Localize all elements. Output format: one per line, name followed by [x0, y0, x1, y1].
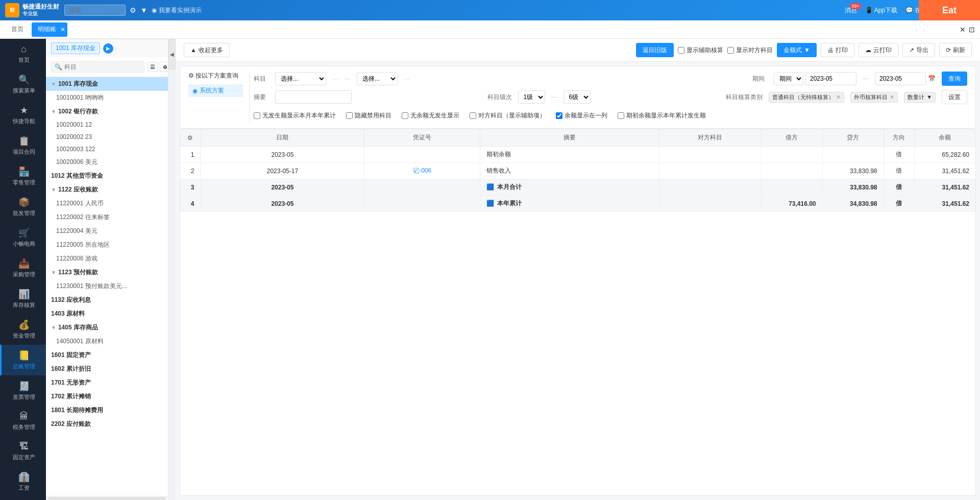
no-balance-checkbox[interactable]: 无余额无发生显示 — [402, 111, 459, 120]
tab-home[interactable]: 首页 — [5, 22, 30, 37]
settings-icon[interactable]: ⚙ — [130, 6, 136, 14]
amount-format-btn[interactable]: 金额式 ▼ — [777, 43, 817, 57]
export-btn[interactable]: ↗ 导出 — [902, 43, 935, 57]
sidebar-item-wholesale[interactable]: 📦 批发管理 — [0, 192, 46, 222]
subject-end-select[interactable]: 选择... — [357, 72, 398, 85]
no-balance-input[interactable] — [402, 112, 408, 119]
account-item-1132[interactable]: 1132 应收利息 — [46, 293, 168, 307]
opposite-show-checkbox[interactable]: 对方科目（显示辅助项） — [470, 111, 546, 120]
system-scheme-btn[interactable]: ◉ 系统方案 — [188, 84, 243, 97]
tab-close-icon[interactable]: ✕ — [60, 26, 65, 33]
account-item-11230001[interactable]: 11230001 预付账款美元... — [46, 279, 168, 293]
summary-input[interactable] — [275, 90, 352, 104]
account-item-11220004[interactable]: 11220004 美元 — [46, 224, 168, 238]
level-start-select[interactable]: 1级 2级 — [518, 90, 545, 104]
collapse-more-btn[interactable]: ▲ 收起更多 — [184, 43, 230, 57]
print-btn[interactable]: 🖨 打印 — [821, 43, 854, 57]
account-item-1702[interactable]: 1702 累计摊销 — [46, 390, 168, 403]
opening-balance-checkbox[interactable]: 期初余额显示本年累计发生额 — [618, 111, 706, 120]
hide-disabled-input[interactable] — [346, 112, 353, 119]
account-item-1602[interactable]: 1602 累计折旧 — [46, 362, 168, 376]
subject-select[interactable]: 选择... — [275, 72, 326, 85]
subject-end-more-icon[interactable]: ··· — [404, 75, 410, 83]
refresh-btn[interactable]: ⟳ 刷新 — [939, 43, 972, 57]
sidebar-item-tax[interactable]: 🏛 税务管理 — [0, 406, 46, 436]
account-scrollbar[interactable] — [46, 496, 168, 500]
account-item-1701[interactable]: 1701 无形资产 — [46, 376, 168, 390]
account-item-1601[interactable]: 1601 固定资产 — [46, 348, 168, 362]
sidebar-item-home[interactable]: ⌂ 首页 — [0, 39, 46, 69]
app-download-btn[interactable]: 📱 App下载 — [865, 6, 897, 15]
type-tag-close-1[interactable]: ✕ — [836, 94, 841, 101]
account-item-1012[interactable]: 1012 其他货币资金 — [46, 169, 168, 183]
sidebar-item-search[interactable]: 🔍 搜索菜单 — [0, 69, 46, 100]
expand-icon[interactable]: ▼ — [140, 6, 148, 14]
subject-more-icon[interactable]: ··· — [332, 75, 338, 83]
type-tag-close-2[interactable]: ✕ — [890, 94, 894, 101]
balance-col-input[interactable] — [556, 112, 562, 119]
period-end-input[interactable] — [875, 72, 926, 85]
notification-btn[interactable]: 消息 99+ — [845, 6, 857, 15]
row-voucher[interactable]: 记-006 — [364, 163, 480, 179]
sidebar-item-quicknav[interactable]: ★ 快捷导航 — [0, 100, 46, 130]
account-item-14050001[interactable]: 14050001 原材料 — [46, 335, 168, 348]
show-opposite-checkbox[interactable]: 显示对方科目 — [727, 46, 773, 55]
global-search-input[interactable] — [64, 5, 126, 16]
cloud-print-btn[interactable]: ☁ 云打印 — [859, 43, 898, 57]
sidebar-item-ecommerce[interactable]: 🛒 小畅电商 — [0, 222, 46, 253]
account-item-10020001[interactable]: 10020001 12 — [46, 118, 168, 131]
sidebar-item-project[interactable]: 📋 项目合同 — [0, 130, 46, 161]
demo-link[interactable]: ◉ 我要看实例演示 — [152, 6, 202, 15]
sidebar-item-purchase[interactable]: 📥 采购管理 — [0, 253, 46, 283]
sidebar-item-operations[interactable]: 📈 经营管理 — [0, 497, 46, 500]
account-item-1123[interactable]: ▼ 1123 预付账款 — [46, 266, 168, 279]
account-item-11220006[interactable]: 11220006 游戏 — [46, 252, 168, 266]
level-end-select[interactable]: 6级 — [564, 90, 591, 104]
account-item-1801[interactable]: 1801 长期待摊费用 — [46, 403, 168, 417]
show-aux-checkbox[interactable]: 显示辅助核算 — [678, 46, 723, 55]
account-item-10010001[interactable]: 10010001 哟哟哟 — [46, 91, 168, 105]
hide-disabled-checkbox[interactable]: 隐藏禁用科目 — [346, 111, 391, 120]
maximize-window-icon[interactable]: ⊡ — [969, 26, 975, 34]
type-dropdown-icon[interactable]: ▼ — [926, 94, 932, 100]
account-item-11220002[interactable]: 11220002 往来标签 — [46, 210, 168, 224]
no-amount-input[interactable] — [254, 112, 260, 119]
tree-list-view-btn[interactable]: ☰ — [148, 62, 158, 72]
account-item-10020002[interactable]: 10020002 23 — [46, 131, 168, 143]
account-item-1405[interactable]: ▼ 1405 库存商品 — [46, 321, 168, 335]
sidebar-item-finance[interactable]: 💰 资金管理 — [0, 314, 46, 345]
account-item-10020006[interactable]: 10020006 美元 — [46, 155, 168, 169]
nav-arrow-btn[interactable]: ▶ — [103, 43, 113, 54]
account-item-1001[interactable]: ▼ 1001 库存现金 — [46, 77, 168, 91]
opposite-show-input[interactable] — [470, 112, 476, 119]
account-item-11220005[interactable]: 11220005 所在地区 — [46, 238, 168, 252]
account-item-2202[interactable]: 2202 应付账款 — [46, 417, 168, 431]
account-item-11220001[interactable]: 11220001 人民币 — [46, 197, 168, 210]
sidebar-item-invoice[interactable]: 🧾 发票管理 — [0, 375, 46, 406]
account-item-1002[interactable]: ▼ 1002 银行存款 — [46, 105, 168, 118]
calendar-end-icon[interactable]: 📅 — [928, 75, 936, 82]
return-old-btn[interactable]: 返回旧版 — [636, 43, 674, 57]
period-start-input[interactable] — [805, 72, 856, 85]
sidebar-item-retail[interactable]: 🏪 零售管理 — [0, 161, 46, 192]
account-item-10020003[interactable]: 10020003 122 — [46, 143, 168, 155]
period-type-select[interactable]: 期间 — [774, 72, 803, 85]
opening-balance-input[interactable] — [618, 112, 624, 119]
panel-collapse-btn[interactable]: ◀ — [168, 39, 176, 69]
account-item-1403[interactable]: 1403 原材料 — [46, 307, 168, 321]
settings-panel-btn[interactable]: 设置 — [942, 90, 967, 104]
close-window-icon[interactable]: ✕ — [960, 26, 966, 34]
eat-button[interactable]: Eat — [919, 0, 980, 20]
sidebar-item-ledger[interactable]: 📒 总账管理 — [0, 345, 46, 375]
no-amount-checkbox[interactable]: 无发生额显示本月本年累计 — [254, 111, 336, 120]
account-item-1122[interactable]: ▼ 1122 应收账款 — [46, 183, 168, 197]
show-aux-input[interactable] — [678, 47, 684, 54]
sidebar-item-salary[interactable]: 👔 工资 — [0, 466, 46, 497]
balance-col-checkbox[interactable]: 余额显示在一列 — [556, 111, 607, 120]
voucher-link[interactable]: 记-006 — [413, 167, 431, 174]
tab-ledger[interactable]: 明细账 ✕ — [32, 22, 67, 37]
account-search-input[interactable] — [64, 63, 141, 70]
show-opposite-input[interactable] — [727, 47, 734, 54]
sidebar-item-assets[interactable]: 🏗 固定资产 — [0, 436, 46, 466]
tree-add-btn[interactable]: ⊕ — [160, 62, 168, 72]
